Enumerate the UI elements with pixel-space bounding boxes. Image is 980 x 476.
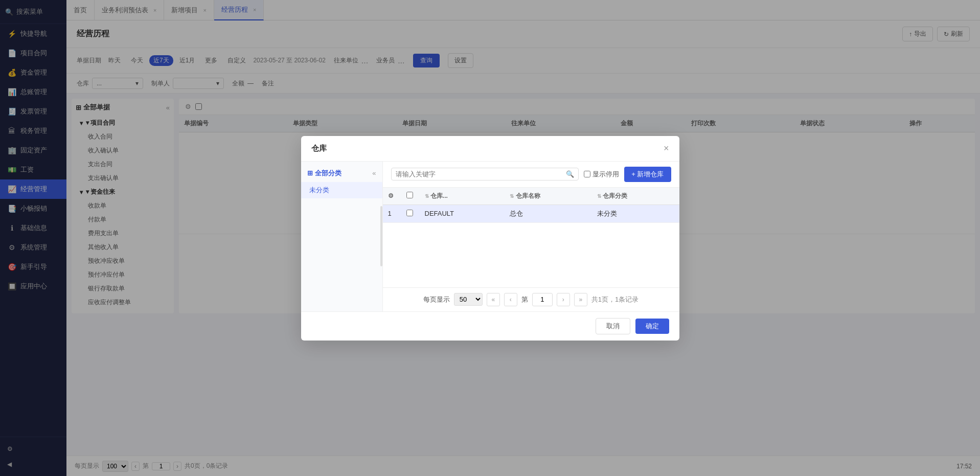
modal-per-page-select[interactable]: 50 100 bbox=[454, 293, 483, 306]
modal-toolbar: 🔍 显示停用 + 新增仓库 bbox=[383, 162, 679, 188]
modal-show-disabled-label[interactable]: 显示停用 bbox=[584, 170, 619, 179]
modal-first-page-btn[interactable]: « bbox=[487, 293, 500, 306]
modal-category-uncategorized[interactable]: 未分类 bbox=[301, 182, 382, 198]
modal-row-num: 1 bbox=[383, 205, 401, 222]
modal-pagination: 每页显示 50 100 « ‹ 第 › » 共1页，1条记录 bbox=[383, 287, 679, 311]
modal-total-info: 共1页，1条记录 bbox=[591, 295, 639, 304]
modal-page-input[interactable] bbox=[532, 293, 553, 306]
modal-col-category: ⇅ 仓库分类 bbox=[592, 188, 679, 205]
modal-table: ⚙ ⇅ 仓库... ⇅ bbox=[383, 188, 679, 287]
modal-all-categories-label: ⊞ 全部分类 bbox=[307, 169, 341, 178]
modal-row-code: DEFAULT bbox=[420, 205, 505, 222]
modal-col-name: ⇅ 仓库名称 bbox=[505, 188, 592, 205]
modal-cancel-button[interactable]: 取消 bbox=[596, 318, 630, 334]
modal-header: 仓库 × bbox=[301, 136, 679, 162]
modal-per-page-label: 每页显示 bbox=[423, 295, 450, 304]
modal-title: 仓库 bbox=[311, 144, 327, 153]
modal-left-scrollbar[interactable] bbox=[380, 206, 382, 266]
modal-table-row[interactable]: 1 DEFAULT 总仓 未分类 bbox=[383, 205, 679, 222]
modal-prev-page-btn[interactable]: ‹ bbox=[504, 293, 517, 306]
sort-icon3: ⇅ bbox=[597, 193, 601, 199]
modal-row-category: 未分类 bbox=[592, 205, 679, 222]
modal-row-checkbox bbox=[401, 205, 420, 222]
modal-select-all-checkbox[interactable] bbox=[406, 192, 413, 198]
modal-search-icon[interactable]: 🔍 bbox=[566, 170, 574, 178]
modal-left-collapse-btn[interactable]: « bbox=[372, 169, 376, 177]
modal-col-settings[interactable]: ⚙ bbox=[383, 188, 401, 205]
modal-close-button[interactable]: × bbox=[664, 143, 669, 154]
modal-page-label: 第 bbox=[521, 295, 528, 304]
modal-left-panel: ⊞ 全部分类 « 未分类 bbox=[301, 162, 383, 311]
modal-show-disabled-checkbox[interactable] bbox=[584, 171, 590, 177]
modal-body: ⊞ 全部分类 « 未分类 🔍 显示 bbox=[301, 162, 679, 311]
modal-left-header: ⊞ 全部分类 « bbox=[301, 167, 382, 182]
modal-overlay[interactable]: 仓库 × ⊞ 全部分类 « 未分类 bbox=[0, 0, 980, 476]
modal-right-panel: 🔍 显示停用 + 新增仓库 ⚙ bbox=[383, 162, 679, 311]
modal-last-page-btn[interactable]: » bbox=[574, 293, 587, 306]
modal-footer: 取消 确定 bbox=[301, 311, 679, 341]
sort-icon2: ⇅ bbox=[510, 193, 514, 199]
modal-row-name: 总仓 bbox=[505, 205, 592, 222]
modal-col-checkbox bbox=[401, 188, 420, 205]
modal-search-input[interactable] bbox=[396, 170, 563, 178]
modal-search-box: 🔍 bbox=[391, 168, 579, 180]
modal-add-warehouse-button[interactable]: + 新增仓库 bbox=[624, 167, 671, 182]
modal-confirm-button[interactable]: 确定 bbox=[635, 319, 669, 334]
sort-icon: ⇅ bbox=[425, 193, 429, 199]
modal-col-code: ⇅ 仓库... bbox=[420, 188, 505, 205]
warehouse-modal: 仓库 × ⊞ 全部分类 « 未分类 bbox=[301, 136, 679, 341]
grid-icon2: ⊞ bbox=[307, 169, 313, 177]
modal-row-select-checkbox[interactable] bbox=[406, 210, 413, 216]
modal-next-page-btn[interactable]: › bbox=[557, 293, 570, 306]
